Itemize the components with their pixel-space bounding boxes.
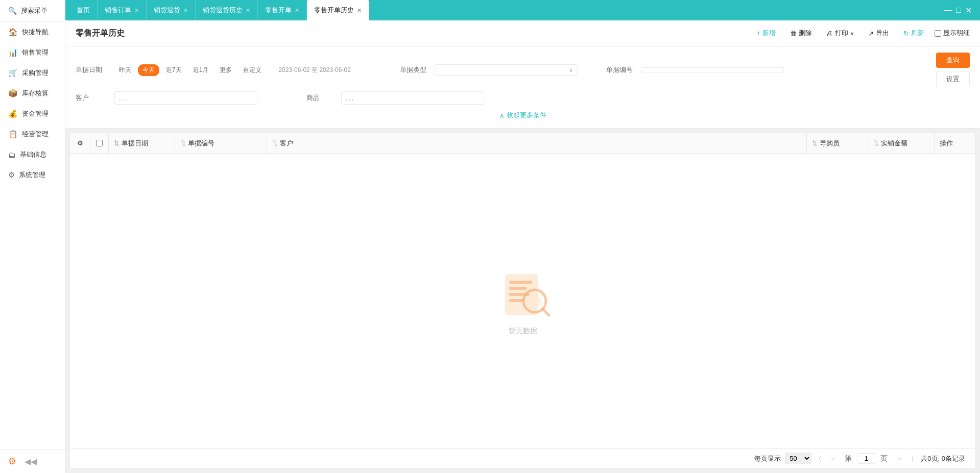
chevron-down-icon: ∨ — [569, 67, 573, 73]
sidebar-item-quick-nav[interactable]: 🏠 快捷导航 — [0, 22, 65, 42]
th-check[interactable] — [90, 133, 109, 153]
tab-home-label: 首页 — [77, 6, 90, 15]
export-icon: ↗ — [868, 30, 874, 37]
th-amount[interactable]: ⇅ 实销金额 — [868, 133, 935, 153]
sidebar-item-system-mgmt[interactable]: ⚙ 系统管理 — [0, 165, 65, 185]
page-number-input[interactable] — [857, 453, 875, 464]
toolbar: + 新增 🗑 删除 🖨 打印 ∨ ↗ 导出 ↻ 刷新 — [753, 27, 970, 40]
th-amount-label: 实销金额 — [881, 139, 907, 148]
sidebar-item-inventory[interactable]: 📦 库存核算 — [0, 83, 65, 104]
goods-input[interactable]: ... — [341, 91, 484, 105]
table-header: ⚙ ⇅ 单据日期 ⇅ 单据编号 ⇅ 客户 ⇅ — [70, 133, 975, 154]
date-btn-today[interactable]: 今天 — [138, 64, 159, 76]
select-all-checkbox[interactable] — [96, 140, 103, 146]
sidebar-item-purchase-mgmt[interactable]: 🛒 采购管理 — [0, 63, 65, 83]
search-icon: 🔍 — [8, 7, 17, 15]
tab-retail-history-label: 零售开单历史 — [314, 6, 354, 15]
th-num[interactable]: ⇅ 单据编号 — [175, 133, 267, 153]
page-title: 零售开单历史 — [76, 28, 125, 39]
filter-row-2: 客户 ... 商品 ... — [76, 91, 970, 105]
sidebar-item-sales-mgmt[interactable]: 📊 销售管理 — [0, 42, 65, 63]
pagination: 每页显示 50 10 20 100 ⟨ ＜ 第 页 ＞ ⟩ 共0页, 0条记录 — [70, 448, 975, 468]
export-button[interactable]: ↗ 导出 — [864, 27, 893, 40]
date-btn-custom[interactable]: 自定义 — [238, 64, 266, 76]
sidebar-search[interactable]: 🔍 搜索采单 — [0, 0, 65, 22]
sales-icon: 📊 — [8, 48, 18, 57]
refresh-button[interactable]: ↻ 刷新 — [899, 27, 928, 40]
minimize-btn[interactable]: — — [944, 6, 952, 15]
th-action-label: 操作 — [940, 139, 953, 148]
maximize-btn[interactable]: □ — [956, 6, 961, 15]
th-amount-sort-icon: ⇅ — [873, 139, 879, 147]
goods-dots: ... — [346, 94, 355, 102]
tab-retail-open-label: 零售开单 — [265, 6, 292, 15]
page-label: 第 — [842, 453, 855, 464]
tab-sales-return-history[interactable]: 销货退货历史 ✕ — [196, 0, 258, 20]
tab-sales-order[interactable]: 销售订单 ✕ — [98, 0, 147, 20]
th-date[interactable]: ⇅ 单据日期 — [109, 133, 175, 153]
add-label: + 新增 — [757, 29, 776, 38]
page-nav: ⟨ ＜ 第 页 ＞ ⟩ — [816, 453, 917, 464]
window-controls: — □ ✕ — [944, 6, 976, 15]
th-guide-sort-icon: ⇅ — [812, 139, 818, 147]
close-btn[interactable]: ✕ — [965, 6, 972, 15]
sidebar-item-finance[interactable]: 💰 资金管理 — [0, 104, 65, 124]
customer-input[interactable]: ... — [114, 91, 257, 105]
settings-button[interactable]: 设置 — [936, 71, 970, 87]
tab-home[interactable]: 首页 — [69, 0, 98, 20]
date-btn-yesterday[interactable]: 昨天 — [114, 64, 136, 76]
tab-close-sales-return-history[interactable]: ✕ — [246, 7, 250, 14]
svg-point-7 — [528, 294, 542, 308]
finance-icon: 💰 — [8, 109, 18, 118]
show-detail-label: 显示明细 — [943, 29, 970, 38]
tab-close-sales-order[interactable]: ✕ — [134, 7, 139, 14]
delete-icon: 🗑 — [790, 30, 797, 37]
collapse-sidebar-icon[interactable]: ◀◀ — [25, 457, 37, 466]
collapse-row: ∧ 收起更多条件 — [76, 109, 970, 122]
tab-retail-history[interactable]: 零售开单历史 ✕ — [307, 0, 369, 20]
th-gear[interactable]: ⚙ — [70, 133, 90, 153]
collapse-arrow-icon: ∧ — [499, 112, 505, 119]
first-page-btn[interactable]: ⟨ — [816, 454, 824, 464]
per-page-select[interactable]: 50 10 20 100 — [785, 453, 811, 464]
page-header: 零售开单历史 + 新增 🗑 删除 🖨 打印 ∨ ↗ 导出 — [65, 20, 980, 46]
last-page-btn[interactable]: ⟩ — [908, 454, 917, 464]
sidebar: 🔍 搜索采单 🏠 快捷导航 📊 销售管理 🛒 采购管理 📦 库存核算 💰 资金管… — [0, 0, 65, 473]
customer-label: 客户 — [76, 93, 106, 103]
doc-type-select[interactable]: ∨ — [435, 64, 578, 76]
th-customer-label: 客户 — [280, 139, 293, 148]
sidebar-item-basic-info[interactable]: 🗂 基础信息 — [0, 144, 65, 165]
date-btn-month[interactable]: 近1月 — [188, 64, 213, 76]
date-btn-week[interactable]: 近7天 — [161, 64, 186, 76]
prev-page-btn[interactable]: ＜ — [826, 453, 840, 464]
date-btn-more[interactable]: 更多 — [215, 64, 236, 76]
settings-footer-icon[interactable]: ⚙ — [8, 456, 16, 467]
query-button[interactable]: 查询 — [936, 53, 970, 68]
content-area: 零售开单历史 + 新增 🗑 删除 🖨 打印 ∨ ↗ 导出 — [65, 20, 980, 473]
operations-icon: 📋 — [8, 130, 18, 139]
sidebar-item-label: 快捷导航 — [22, 28, 49, 37]
th-guide[interactable]: ⇅ 导购员 — [807, 133, 868, 153]
sidebar-item-operations[interactable]: 📋 经营管理 — [0, 124, 65, 144]
tab-retail-open[interactable]: 零售开单 ✕ — [258, 0, 307, 20]
collapse-button[interactable]: ∧ 收起更多条件 — [493, 109, 553, 122]
sidebar-search-label: 搜索采单 — [21, 6, 47, 15]
collapse-label: 收起更多条件 — [507, 111, 546, 120]
print-arrow-icon: ∨ — [850, 31, 854, 36]
th-customer[interactable]: ⇅ 客户 — [267, 133, 807, 153]
show-detail-check[interactable] — [935, 30, 941, 37]
doc-num-label: 单据编号 — [606, 65, 637, 74]
tab-sales-return[interactable]: 销货退货 ✕ — [147, 0, 196, 20]
delete-button[interactable]: 🗑 删除 — [786, 27, 816, 40]
add-button[interactable]: + 新增 — [753, 27, 780, 40]
show-detail-checkbox[interactable]: 显示明细 — [935, 29, 970, 38]
doc-num-input[interactable] — [641, 67, 784, 72]
next-page-btn[interactable]: ＞ — [893, 453, 906, 464]
tab-close-retail-history[interactable]: ✕ — [357, 7, 362, 14]
sidebar-item-label: 销售管理 — [22, 48, 49, 57]
tab-close-retail-open[interactable]: ✕ — [295, 7, 299, 14]
tab-close-sales-return[interactable]: ✕ — [183, 7, 188, 14]
tab-bar: 首页 销售订单 ✕ 销货退货 ✕ 销货退货历史 ✕ 零售开单 ✕ 零售开单历史 … — [65, 0, 980, 20]
svg-rect-1 — [509, 281, 532, 284]
print-button[interactable]: 🖨 打印 ∨ — [822, 27, 858, 40]
